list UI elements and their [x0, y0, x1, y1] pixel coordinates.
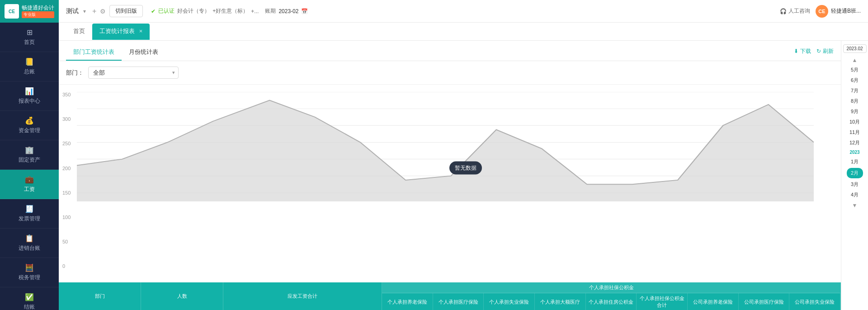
sidebar-item-label: 资金管理: [19, 127, 40, 134]
consult-button[interactable]: 🎧 人工咨询: [780, 7, 810, 15]
calendar-icon[interactable]: 📅: [301, 8, 308, 14]
tab-bar: 首页 工资统计报表 ×: [59, 23, 868, 41]
download-button[interactable]: ⬇ 下载: [794, 48, 811, 55]
sidebar-item-invoices[interactable]: 🧾发票管理: [0, 199, 59, 229]
month-item[interactable]: 11月: [841, 127, 868, 138]
sidebar-item-label: 进销台账: [19, 244, 40, 252]
refresh-icon: ↻: [816, 48, 821, 54]
main-area: 测试 ▾ + ⚙ 切到旧版 ✔ 已认证 好会计（专） +好生意（标） +... …: [59, 0, 868, 310]
switch-version-button[interactable]: 切到旧版: [109, 5, 143, 17]
company-name: 测试: [66, 7, 79, 15]
invoices-icon: 🧾: [25, 205, 34, 213]
th-col: 个人承担失业保险: [484, 293, 535, 310]
nav-up-button[interactable]: ▲: [850, 56, 859, 65]
th-col: 公司承担医疗保险: [739, 293, 790, 310]
avatar: CE: [816, 5, 828, 18]
status-good-biz: +好生意（标）: [212, 7, 248, 15]
sidebar-item-funds[interactable]: 💰资金管理: [0, 111, 59, 140]
th-col: 个人承担大额医疗: [535, 293, 586, 310]
th-col: 个人承担社保公积金合计: [637, 293, 688, 310]
content-area: 部门工资统计表 月份统计表 ⬇ 下载 ↻ 刷新: [59, 41, 868, 310]
content-main: 部门工资统计表 月份统计表 ⬇ 下载 ↻ 刷新: [59, 41, 841, 310]
logo-text: 畅捷通好会计: [22, 5, 54, 12]
company-dropdown-icon[interactable]: ▾: [83, 8, 86, 14]
sidebar-item-label: 工资: [24, 186, 35, 193]
month-item[interactable]: 2月: [847, 168, 863, 178]
table-header: 部门 人数 应发工资合计 个人承担社保公积金 个人承担养老保险个人承担医疗保险个…: [59, 282, 841, 310]
sidebar-item-home[interactable]: ⊞首页: [0, 23, 59, 52]
date-input[interactable]: [843, 44, 867, 53]
sidebar-item-tax[interactable]: 🧮税务管理: [0, 258, 59, 287]
user-menu[interactable]: CE 轻捷通B班...: [816, 5, 861, 18]
month-item[interactable]: 10月: [841, 117, 868, 127]
logo-icon: CE: [5, 4, 19, 19]
sidebar-item-label: 税务管理: [19, 274, 40, 281]
month-item[interactable]: 5月: [841, 65, 868, 75]
download-icon: ⬇: [794, 48, 798, 54]
sidebar-item-settlement[interactable]: ✅结账: [0, 287, 59, 310]
headset-icon: 🎧: [780, 8, 787, 14]
username: 轻捷通B班...: [831, 7, 861, 15]
sidebar-item-label: 结账: [24, 303, 35, 310]
refresh-button[interactable]: ↻ 刷新: [816, 48, 834, 55]
dept-filter-select[interactable]: 全部 部门A 部门B: [88, 67, 179, 79]
header: 测试 ▾ + ⚙ 切到旧版 ✔ 已认证 好会计（专） +好生意（标） +... …: [59, 0, 868, 23]
th-col: 个人承担住房公积金: [586, 293, 637, 310]
month-item[interactable]: 12月: [841, 138, 868, 148]
month-item[interactable]: 2023: [841, 148, 868, 157]
month-item[interactable]: 8月: [841, 96, 868, 106]
sidebar: CE 畅捷通好会计 专业版 ⊞首页📒总账📊报表中心💰资金管理🏢固定资产💼工资🧾发…: [0, 0, 59, 310]
sidebar-item-label: 固定资产: [19, 156, 40, 164]
th-col: 个人承担养老保险: [382, 293, 433, 310]
nav-down-button[interactable]: ▼: [850, 201, 859, 210]
home-icon: ⊞: [27, 28, 33, 37]
th-group-cols: 个人承担养老保险个人承担医疗保险个人承担失业保险个人承担大额医疗个人承担住房公积…: [382, 293, 840, 310]
th-dept: 部门: [59, 282, 141, 310]
month-item[interactable]: 1月: [841, 157, 868, 167]
app-logo: CE 畅捷通好会计 专业版: [0, 0, 59, 23]
settings-icon[interactable]: ⚙: [100, 8, 106, 15]
status-more: +...: [251, 8, 259, 14]
period-label: 账期: [265, 7, 276, 15]
month-item[interactable]: 4月: [841, 190, 868, 200]
month-item[interactable]: 7月: [841, 86, 868, 96]
sidebar-item-label: 总账: [24, 68, 35, 76]
status-certified: 已认证: [158, 7, 175, 15]
subtab-month[interactable]: 月份统计表: [122, 45, 165, 61]
filter-row: 部门： 全部 部门A 部门B ▾: [59, 61, 841, 85]
payroll-icon: 💼: [25, 175, 34, 184]
sidebar-item-general-ledger[interactable]: 📒总账: [0, 52, 59, 81]
right-panel: ▲ 5月6月7月8月9月10月11月12月20231月2月3月4月▼: [841, 41, 868, 310]
th-col: 公司承担失业保险: [789, 293, 840, 310]
sidebar-item-label: 首页: [24, 38, 35, 46]
th-col: 个人承担医疗保险: [433, 293, 484, 310]
chart-area: 350 300 250 200 150 100 50 0: [59, 85, 841, 282]
subtab-bar: 部门工资统计表 月份统计表 ⬇ 下载 ↻ 刷新: [59, 41, 841, 61]
sidebar-item-payroll[interactable]: 💼工资: [0, 170, 59, 199]
reports-icon: 📊: [25, 87, 34, 95]
tab-salary[interactable]: 工资统计报表 ×: [92, 24, 150, 40]
sidebar-item-fixed-assets[interactable]: 🏢固定资产: [0, 140, 59, 170]
tax-icon: 🧮: [25, 263, 34, 272]
sidebar-item-sales-ledger[interactable]: 📋进销台账: [0, 229, 59, 258]
month-item[interactable]: 3月: [841, 179, 868, 190]
subtab-dept[interactable]: 部门工资统计表: [66, 45, 122, 61]
th-headcount: 人数: [141, 282, 223, 310]
sidebar-item-label: 报表中心: [19, 97, 40, 105]
th-total-salary: 应发工资合计: [223, 282, 382, 310]
tab-close-icon[interactable]: ×: [139, 28, 143, 34]
chart-y-labels: 350 300 250 200 150 100 50 0: [62, 92, 71, 269]
th-group-label: 个人承担社保公积金: [382, 282, 840, 293]
chart-svg: [77, 92, 814, 210]
add-icon[interactable]: +: [92, 7, 96, 15]
tab-home[interactable]: 首页: [66, 24, 92, 40]
status-good-account: 好会计（专）: [177, 7, 210, 15]
month-item[interactable]: 9月: [841, 106, 868, 117]
sidebar-item-reports[interactable]: 📊报表中心: [0, 81, 59, 111]
sidebar-item-label: 发票管理: [19, 215, 40, 223]
funds-icon: 💰: [25, 116, 34, 125]
month-item[interactable]: 6月: [841, 75, 868, 86]
sidebar-nav: ⊞首页📒总账📊报表中心💰资金管理🏢固定资产💼工资🧾发票管理📋进销台账🧮税务管理✅…: [0, 23, 59, 310]
period-value: 2023-02: [278, 8, 298, 14]
general-ledger-icon: 📒: [25, 57, 34, 66]
